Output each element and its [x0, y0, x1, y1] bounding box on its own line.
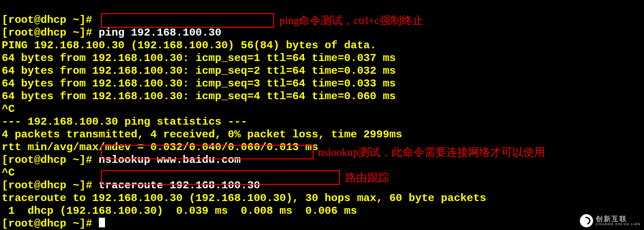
prompt-line: [root@dhcp ~]# [2, 218, 99, 230]
command-traceroute: traceroute 192.168.100.30 [99, 180, 260, 191]
ping-stats-line: 4 packets transmitted, 4 received, 0% pa… [2, 129, 402, 140]
ping-reply: 64 bytes from 192.168.100.30: icmp_seq=2… [2, 65, 396, 77]
prompt-line: [root@dhcp ~]# [2, 14, 99, 26]
command-ping: ping 192.168.100.30 [99, 27, 221, 39]
command-nslookup: nslookup www.baidu.com [99, 154, 241, 166]
watermark-logo: 创新互联 CHUANG XIN HU LIAN [580, 214, 640, 227]
traceroute-hop: 1 dhcp (192.168.100.30) 0.039 ms 0.008 m… [2, 205, 357, 217]
ping-stats-hdr: --- 192.168.100.30 ping statistics --- [2, 116, 247, 128]
prompt-line: [root@dhcp ~]# [2, 27, 99, 39]
terminal-window[interactable]: [root@dhcp ~]# [root@dhcp ~]# ping 192.1… [0, 0, 644, 230]
annotation-ping: ping命令测试，ctrl+c强制终止 [279, 14, 423, 27]
interrupt-text: ^C [2, 103, 14, 115]
annotation-traceroute: 路由跟踪 [345, 171, 389, 184]
watermark-logo-icon [580, 214, 593, 227]
ping-header: PING 192.168.100.30 (192.168.100.30) 56(… [2, 40, 376, 51]
ping-stats-line: rtt min/avg/max/mdev = 0.032/0.040/0.060… [2, 141, 318, 153]
ping-reply: 64 bytes from 192.168.100.30: icmp_seq=1… [2, 52, 396, 64]
prompt-line: [root@dhcp ~]# [2, 180, 99, 191]
cursor[interactable] [99, 218, 105, 227]
ping-reply: 64 bytes from 192.168.100.30: icmp_seq=4… [2, 90, 396, 102]
watermark-logo-text-py: CHUANG XIN HU LIAN [596, 223, 640, 226]
annotation-nslookup: nslookup测试，此命令需要连接网络才可以使用 [318, 146, 545, 158]
traceroute-header: traceroute to 192.168.100.30 (192.168.10… [2, 192, 486, 204]
prompt-line: [root@dhcp ~]# [2, 154, 99, 166]
watermark-logo-text-cn: 创新互联 [596, 216, 640, 223]
interrupt-text: ^C [2, 167, 14, 179]
ping-reply: 64 bytes from 192.168.100.30: icmp_seq=3… [2, 78, 396, 90]
